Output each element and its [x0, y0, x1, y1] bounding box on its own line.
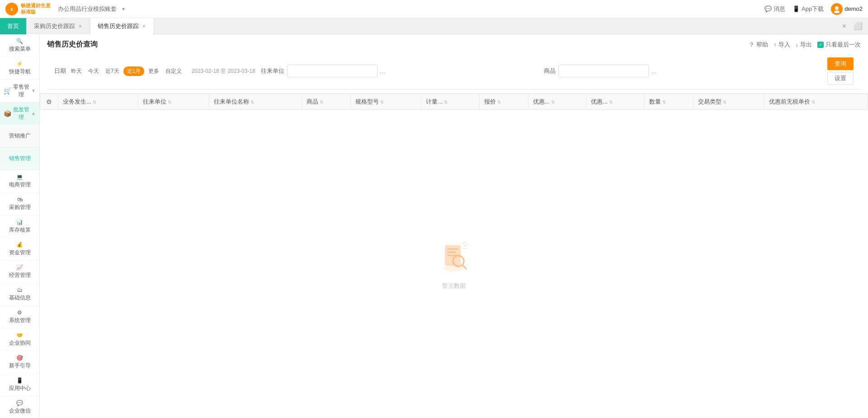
sidebar-item-enterprise[interactable]: 🤝 企业协同: [0, 328, 39, 351]
svg-point-3: [834, 10, 840, 13]
svg-text:6: 6: [10, 7, 13, 12]
sidebar-item-sales-mgmt[interactable]: 销售管理: [0, 147, 39, 170]
sidebar-item-newbie[interactable]: 🎯 新手引导: [0, 351, 39, 374]
date-options: 昨天 今天 近7天 近1月 更多 自定义: [69, 66, 184, 76]
basic-icon: 🗂: [17, 287, 23, 293]
message-icon: 💬: [764, 5, 772, 12]
export-btn[interactable]: ↓ 导出: [796, 41, 812, 49]
message-action[interactable]: 💬 消息: [764, 5, 785, 13]
tab-purchase-label: 采购历史价跟踪: [34, 22, 75, 30]
sort-partner-code-icon: ⇅: [168, 100, 171, 104]
tab-sales[interactable]: 销售历史价跟踪 ×: [90, 18, 154, 34]
newbie-icon: 🎯: [16, 355, 23, 361]
tab-sales-close[interactable]: ×: [142, 23, 146, 29]
sidebar-item-retail[interactable]: 🛒 零售管理 ▼: [0, 80, 39, 102]
user-profile[interactable]: demo2: [831, 3, 863, 15]
date-opt-today[interactable]: 今天: [86, 66, 101, 76]
checkbox-icon: ✓: [817, 42, 824, 48]
sort-trade-type-icon: ⇅: [723, 100, 726, 104]
empty-state: 暂元数据: [40, 110, 868, 418]
empty-text: 暂元数据: [442, 282, 466, 290]
sidebar-item-finance[interactable]: 💰 资金管理: [0, 238, 39, 261]
col-partner-name[interactable]: 往来单位名称⇅: [209, 94, 302, 110]
sort-quote-icon: ⇅: [497, 100, 501, 104]
sidebar-item-appstore[interactable]: 📱 应用中心: [0, 374, 39, 396]
date-opt-yesterday[interactable]: 昨天: [69, 66, 84, 76]
dropdown-icon[interactable]: ▾: [122, 6, 125, 12]
goods-dots[interactable]: ...: [651, 68, 656, 75]
sidebar-item-search[interactable]: 🔍 搜索菜单: [0, 34, 39, 57]
date-opt-more[interactable]: 更多: [146, 66, 161, 76]
date-opt-custom[interactable]: 自定义: [163, 66, 184, 76]
header-right: 💬 消息 📱 App下载 demo2: [764, 3, 863, 15]
sort-biz-date-icon: ⇅: [93, 100, 96, 104]
sidebar-item-wechat[interactable]: 💬 企业微信: [0, 396, 39, 418]
wholesale-icon: 📦: [4, 110, 11, 117]
retail-icon: 🛒: [4, 87, 11, 95]
sidebar-item-quick[interactable]: ⚡ 快捷导航: [0, 57, 39, 80]
app-title: 办公用品行业模拟账套: [58, 5, 117, 13]
quick-icon: ⚡: [16, 61, 23, 67]
finance-icon: 💰: [16, 242, 23, 248]
tab-home[interactable]: 首页: [0, 18, 27, 34]
col-unit[interactable]: 计量...⇅: [421, 94, 479, 110]
tab-close-all-btn[interactable]: ×: [840, 21, 848, 31]
col-goods[interactable]: 商品⇅: [302, 94, 350, 110]
col-settings[interactable]: ⚙: [40, 94, 58, 110]
col-trade-type[interactable]: 交易类型⇅: [693, 94, 764, 110]
col-discount1[interactable]: 优惠...⇅: [528, 94, 586, 110]
header-left: 6 畅捷通好生意 标准版 办公用品行业模拟账套 ▾: [5, 3, 125, 15]
table-header-row: ⚙ 业务发生...⇅ 往来单位⇅ 往来单位名称⇅ 商品⇅: [40, 94, 868, 110]
appstore-icon: 📱: [16, 377, 23, 384]
user-name: demo2: [844, 5, 863, 12]
query-btn[interactable]: 查询: [827, 57, 854, 70]
col-quote[interactable]: 报价⇅: [479, 94, 528, 110]
content-area: 销售历史价查询 ？ 帮助 ↑ 导入 ↓ 导出 ✓: [40, 34, 868, 418]
sidebar-item-basic[interactable]: 🗂 基础信息: [0, 283, 39, 306]
page-title: 销售历史价查询: [47, 40, 98, 49]
date-opt-last7[interactable]: 近7天: [103, 66, 122, 76]
sort-goods-icon: ⇅: [320, 100, 323, 104]
import-btn[interactable]: ↑ 导入: [774, 41, 790, 49]
date-filter-group: 日期 昨天 今天 近7天 近1月 更多 自定义: [54, 66, 184, 76]
operations-icon: 📈: [16, 264, 23, 271]
col-qty[interactable]: 数量⇅: [644, 94, 693, 110]
partner-input[interactable]: [287, 65, 377, 77]
logo-icon: 6: [5, 3, 18, 15]
partner-dots[interactable]: ...: [380, 68, 385, 75]
svg-rect-6: [447, 248, 458, 250]
setting-btn[interactable]: 设置: [827, 72, 854, 85]
svg-line-12: [464, 245, 467, 246]
svg-rect-7: [447, 252, 456, 253]
sidebar-item-system[interactable]: ⚙ 系统管理: [0, 306, 39, 328]
sidebar-item-operations[interactable]: 📈 经营管理: [0, 261, 39, 283]
tab-purchase-close[interactable]: ×: [78, 23, 83, 29]
tab-purchase[interactable]: 采购历史价跟踪 ×: [27, 18, 90, 34]
sidebar-item-purchase[interactable]: 🛍 采购管理: [0, 193, 39, 215]
import-icon: ↑: [774, 41, 777, 48]
tab-bar-controls: × ⬜: [840, 21, 868, 31]
ecommerce-icon: 💻: [16, 174, 23, 180]
goods-input[interactable]: [558, 65, 649, 77]
sidebar-item-ecommerce[interactable]: 💻 电商管理: [0, 170, 39, 193]
help-btn[interactable]: ？ 帮助: [749, 41, 768, 49]
sort-discount2-icon: ⇅: [609, 100, 613, 104]
settings-col-icon[interactable]: ⚙: [46, 98, 52, 105]
col-biz-date[interactable]: 业务发生...⇅: [58, 94, 138, 110]
filter-row: 日期 昨天 今天 近7天 近1月 更多 自定义 2023-02-18 至 202…: [47, 54, 861, 90]
logo-area: 6 畅捷通好生意 标准版: [5, 3, 51, 15]
sidebar-item-wholesale[interactable]: 📦 批发管理 ▲: [0, 102, 39, 125]
partner-filter-label: 往来单位: [261, 67, 284, 75]
sidebar-item-marketing[interactable]: 营销推广: [0, 125, 39, 147]
date-opt-month1[interactable]: 近1月: [123, 66, 145, 76]
export-icon: ↓: [796, 41, 799, 48]
tab-expand-btn[interactable]: ⬜: [852, 21, 864, 31]
col-spec[interactable]: 规格型号⇅: [350, 94, 421, 110]
col-no-tax-price[interactable]: 优惠前无税单价⇅: [764, 94, 868, 110]
app-download-action[interactable]: 📱 App下载: [793, 5, 824, 13]
sidebar-item-inventory[interactable]: 📊 库存核算: [0, 215, 39, 238]
only-last-toggle[interactable]: ✓ 只看最后一次: [817, 41, 861, 49]
enterprise-icon: 🤝: [16, 332, 23, 338]
col-partner-code[interactable]: 往来单位⇅: [138, 94, 209, 110]
col-discount2[interactable]: 优惠...⇅: [586, 94, 644, 110]
